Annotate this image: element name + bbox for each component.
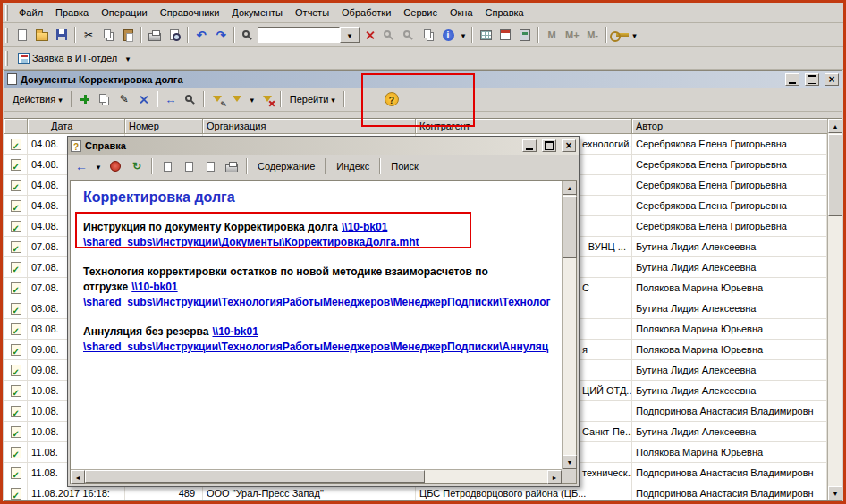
memory-recall-button[interactable]: M bbox=[542, 25, 562, 45]
documents-window-titlebar[interactable]: Документы Корректировка долга bbox=[4, 71, 842, 88]
memory-minus-button[interactable]: M- bbox=[583, 25, 603, 45]
menu-catalogs[interactable]: Справочники bbox=[154, 4, 226, 21]
help-window-titlebar[interactable]: Справка bbox=[68, 137, 579, 155]
scroll-down-button[interactable]: ▼ bbox=[563, 455, 577, 469]
filter-by-value-button[interactable] bbox=[227, 89, 247, 109]
save-button[interactable] bbox=[52, 25, 72, 45]
page-option-button-2[interactable] bbox=[179, 156, 199, 176]
column-header-author[interactable]: Автор bbox=[632, 119, 829, 134]
help-vertical-scrollbar[interactable]: ▲ ▼ bbox=[562, 181, 576, 469]
add-button[interactable] bbox=[75, 89, 95, 109]
help-entry-path-link[interactable]: \shared_subs\Инструкции\ТехнологияРаботы… bbox=[83, 340, 557, 355]
it-request-button[interactable]: Заявка в ИТ-отдел bbox=[13, 49, 123, 67]
menu-reports[interactable]: Отчеты bbox=[289, 4, 335, 21]
page-option-button-1[interactable] bbox=[157, 156, 177, 176]
menu-windows[interactable]: Окна bbox=[444, 4, 479, 21]
new-document-button[interactable] bbox=[13, 25, 32, 45]
filter-sort-button[interactable] bbox=[207, 89, 227, 109]
back-button[interactable] bbox=[72, 156, 91, 176]
copy-value-button[interactable] bbox=[419, 25, 438, 45]
copy-item-button[interactable] bbox=[95, 89, 114, 109]
table-vertical-scrollbar[interactable]: ▲ ▼ bbox=[827, 119, 842, 500]
toolbar-grip[interactable] bbox=[5, 51, 8, 66]
find-in-list-button[interactable] bbox=[181, 89, 200, 109]
info-button[interactable] bbox=[438, 25, 458, 45]
scroll-up-button[interactable]: ▲ bbox=[563, 181, 577, 195]
toolbar-overflow-button[interactable] bbox=[123, 48, 133, 68]
search-dropdown-button[interactable] bbox=[340, 27, 360, 43]
goto-button[interactable]: Перейти bbox=[284, 90, 341, 108]
menu-service[interactable]: Сервис bbox=[397, 4, 444, 21]
undo-button[interactable] bbox=[191, 25, 211, 45]
calculator-button[interactable] bbox=[515, 25, 535, 45]
page-option-button-3[interactable] bbox=[200, 156, 220, 176]
filter-history-dropdown[interactable] bbox=[247, 89, 258, 109]
help-print-button[interactable] bbox=[222, 156, 241, 176]
help-horizontal-scrollbar[interactable]: ◄ ► bbox=[71, 469, 562, 483]
scroll-up-button[interactable]: ▲ bbox=[828, 119, 842, 133]
date-interval-button[interactable] bbox=[161, 89, 181, 109]
column-header-number[interactable]: Номер bbox=[125, 119, 203, 134]
menu-file[interactable]: Файл bbox=[13, 4, 49, 21]
refresh-button[interactable] bbox=[127, 156, 147, 176]
spreadsheet-button[interactable] bbox=[476, 25, 495, 45]
copy-button[interactable] bbox=[98, 25, 118, 45]
cut-button[interactable] bbox=[79, 25, 98, 45]
column-header-contragent[interactable]: Контрагент bbox=[416, 119, 632, 134]
help-entry-path-link[interactable]: \shared_subs\Инструкции\ТехнологияРаботы… bbox=[83, 295, 557, 310]
scrollbar-thumb[interactable] bbox=[828, 134, 842, 216]
toolbar-grip[interactable] bbox=[5, 28, 8, 43]
edit-button[interactable] bbox=[114, 89, 134, 109]
menu-edit[interactable]: Правка bbox=[49, 4, 95, 21]
minimize-button[interactable] bbox=[785, 73, 799, 86]
search-input[interactable] bbox=[258, 27, 340, 43]
actions-label: Действия bbox=[13, 94, 55, 105]
help-entry-server-link[interactable]: \\10-bk01 bbox=[342, 221, 387, 233]
actions-button[interactable]: Действия bbox=[7, 90, 68, 108]
delete-mark-button[interactable] bbox=[134, 89, 154, 109]
help-close-button[interactable] bbox=[562, 139, 576, 152]
find-previous-button[interactable] bbox=[399, 25, 419, 45]
info-dropdown-button[interactable] bbox=[458, 25, 469, 45]
menu-help[interactable]: Справка bbox=[479, 4, 530, 21]
help-button[interactable]: ? bbox=[382, 89, 402, 109]
open-button[interactable] bbox=[32, 25, 52, 45]
find-button[interactable] bbox=[238, 25, 258, 45]
scrollbar-thumb[interactable] bbox=[85, 470, 425, 483]
index-button[interactable]: Индекс bbox=[331, 157, 375, 175]
memory-plus-button[interactable]: M+ bbox=[562, 25, 583, 45]
menu-documents[interactable]: Документы bbox=[225, 4, 289, 21]
menu-processing[interactable]: Обработки bbox=[335, 4, 397, 21]
cell-status bbox=[4, 360, 28, 380]
calendar-button[interactable] bbox=[495, 25, 515, 45]
print-preview-button[interactable] bbox=[165, 25, 184, 45]
restore-button[interactable] bbox=[805, 73, 819, 86]
clear-filter-button[interactable] bbox=[258, 89, 277, 109]
help-entry-path-link[interactable]: \shared_subs\Инструкции\Документы\Коррек… bbox=[83, 235, 557, 250]
settings-dropdown-button[interactable] bbox=[630, 25, 640, 45]
scroll-right-button[interactable]: ► bbox=[547, 470, 562, 484]
search-tab-button[interactable]: Поиск bbox=[385, 157, 423, 175]
help-entry-server-link[interactable]: \\10-bk01 bbox=[131, 281, 177, 293]
back-dropdown-button[interactable] bbox=[93, 156, 104, 176]
close-button[interactable] bbox=[825, 73, 839, 86]
scrollbar-thumb[interactable] bbox=[563, 196, 577, 258]
column-header-status[interactable] bbox=[4, 119, 28, 134]
help-entry-server-link[interactable]: \\10-bk01 bbox=[212, 325, 258, 338]
paste-button[interactable] bbox=[118, 25, 138, 45]
clear-search-button[interactable] bbox=[360, 25, 379, 45]
contents-button[interactable]: Содержание bbox=[252, 157, 320, 175]
help-maximize-button[interactable] bbox=[542, 139, 556, 152]
stop-button[interactable] bbox=[106, 156, 125, 176]
settings-button[interactable] bbox=[610, 25, 630, 45]
redo-button[interactable] bbox=[211, 25, 231, 45]
print-button[interactable] bbox=[145, 25, 165, 45]
column-header-organization[interactable]: Организация bbox=[203, 119, 416, 134]
find-next-button[interactable] bbox=[379, 25, 399, 45]
toolbar-grip[interactable] bbox=[5, 5, 8, 21]
menu-operations[interactable]: Операции bbox=[95, 4, 153, 21]
scroll-down-button[interactable]: ▼ bbox=[828, 486, 842, 500]
column-header-date[interactable]: Дата bbox=[28, 119, 125, 134]
help-minimize-button[interactable] bbox=[522, 139, 537, 152]
scroll-left-button[interactable]: ◄ bbox=[71, 470, 85, 484]
